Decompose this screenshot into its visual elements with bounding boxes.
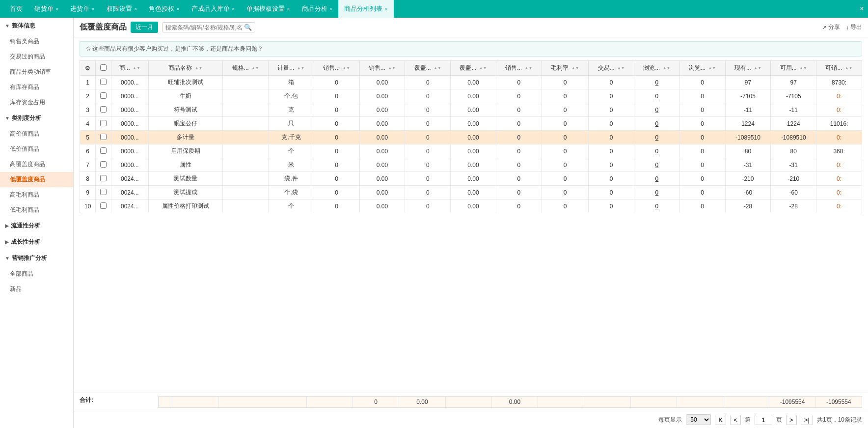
col-sales3[interactable]: 销售... ▲▼ — [496, 61, 542, 76]
row-checkbox[interactable] — [96, 131, 111, 144]
row-views2: 0 — [679, 89, 725, 103]
row-views1[interactable]: 0 — [634, 144, 680, 158]
nav-close-purchase[interactable]: × — [91, 6, 94, 12]
share-button[interactable]: ↗ 分享 — [822, 23, 840, 31]
col-settings[interactable]: ⚙ — [80, 61, 96, 76]
date-filter-button[interactable]: 近一月 — [131, 22, 158, 33]
row-coverage1: 0 — [405, 117, 451, 131]
prev-page-button[interactable]: < — [730, 415, 741, 425]
sidebar-item-low-value[interactable]: 低价值商品 — [0, 142, 73, 157]
page-number-input[interactable] — [755, 415, 772, 425]
sidebar-item-high-margin[interactable]: 高毛利商品 — [0, 187, 73, 202]
row-name: 眠宝公仔 — [148, 117, 223, 131]
row-checkbox[interactable] — [96, 172, 111, 186]
col-unit[interactable]: 计量... ▲▼ — [269, 61, 314, 76]
search-input[interactable] — [165, 24, 244, 31]
nav-sales-order[interactable]: 销货单 × — [28, 0, 64, 18]
sidebar-section-liquidity[interactable]: ▶ 流通性分析 — [0, 218, 73, 234]
row-views1[interactable]: 0 — [634, 158, 680, 172]
row-views1[interactable]: 0 — [634, 89, 680, 103]
nav-close-permissions[interactable]: × — [134, 6, 137, 12]
row-coverage1: 0 — [405, 76, 451, 89]
sidebar-section-marketing[interactable]: ▼ 营销推广分析 — [0, 250, 73, 266]
sidebar-item-new-goods[interactable]: 新品 — [0, 282, 73, 297]
nav-close-inbound[interactable]: × — [232, 6, 235, 12]
row-views1[interactable]: 0 — [634, 76, 680, 89]
col-spec[interactable]: 规格... ▲▼ — [223, 61, 269, 76]
row-gross-margin: 0 — [542, 158, 589, 172]
row-checkbox[interactable] — [96, 144, 111, 158]
nav-close-template[interactable]: × — [287, 6, 290, 12]
row-checkbox[interactable] — [96, 186, 111, 200]
row-unit: 克 — [269, 103, 314, 117]
sidebar-item-low-margin[interactable]: 低毛利商品 — [0, 202, 73, 218]
nav-product-analysis-list[interactable]: 商品分析列表 × — [338, 0, 393, 18]
nav-product-inbound[interactable]: 产成品入库单 × — [186, 0, 241, 18]
row-sales3: 0 — [496, 158, 542, 172]
row-sales-qty: 0 — [314, 144, 359, 158]
sidebar-item-all-goods[interactable]: 全部商品 — [0, 266, 73, 282]
col-views1[interactable]: 浏览... ▲▼ — [634, 61, 680, 76]
col-sales-amt[interactable]: 销售... ▲▼ — [359, 61, 405, 76]
row-views1[interactable]: 0 — [634, 103, 680, 117]
export-button[interactable]: ↓ 导出 — [846, 23, 862, 31]
window-close-btn[interactable]: × — [860, 4, 864, 13]
select-all-checkbox[interactable] — [100, 64, 107, 71]
sidebar-item-high-value[interactable]: 高价值商品 — [0, 126, 73, 142]
nav-home[interactable]: 首页 — [4, 0, 28, 18]
sidebar-item-category-turnover[interactable]: 商品分类动销率 — [0, 64, 73, 80]
nav-role-auth[interactable]: 角色授权 × — [143, 0, 185, 18]
row-checkbox[interactable] — [96, 117, 111, 131]
nav-close-analysis-list[interactable]: × — [384, 6, 387, 12]
row-saleable: 0: — [816, 103, 862, 117]
col-transaction[interactable]: 交易... ▲▼ — [589, 61, 634, 76]
row-checkbox[interactable] — [96, 89, 111, 103]
sidebar-item-high-coverage[interactable]: 高覆盖度商品 — [0, 157, 73, 172]
sidebar-item-in-stock[interactable]: 有库存商品 — [0, 80, 73, 95]
col-views2[interactable]: 浏览... ▲▼ — [679, 61, 725, 76]
nav-close-analysis[interactable]: × — [329, 6, 332, 12]
col-coverage2[interactable]: 覆盖... ▲▼ — [451, 61, 496, 76]
row-views1[interactable]: 0 — [634, 172, 680, 186]
search-box: 🔍 — [162, 22, 255, 32]
sidebar-section-overall[interactable]: ▼ 整体信息 — [0, 18, 73, 34]
row-no: 9 — [80, 186, 96, 200]
row-name: 属性价格打印测试 — [148, 200, 223, 213]
nav-close-role[interactable]: × — [176, 6, 179, 12]
nav-permissions[interactable]: 权限设置 × — [101, 0, 143, 18]
export-icon: ↓ — [846, 24, 849, 31]
row-checkbox[interactable] — [96, 103, 111, 117]
col-name[interactable]: 商品名称 ▲▼ — [148, 61, 223, 76]
last-page-button[interactable]: >| — [801, 415, 813, 425]
col-gross-margin[interactable]: 毛利率 ▲▼ — [542, 61, 589, 76]
sidebar-item-low-coverage[interactable]: 低覆盖度商品 — [0, 172, 73, 187]
col-coverage1[interactable]: 覆盖... ▲▼ — [405, 61, 451, 76]
page-size-select[interactable]: 50 20 100 200 — [686, 414, 711, 425]
sidebar-item-traded-goods[interactable]: 交易过的商品 — [0, 49, 73, 64]
search-icon[interactable]: 🔍 — [244, 24, 252, 31]
sidebar-section-category[interactable]: ▼ 类别度分析 — [0, 110, 73, 126]
row-checkbox[interactable] — [96, 158, 111, 172]
row-views1[interactable]: 0 — [634, 131, 680, 144]
col-code[interactable]: 商... ▲▼ — [111, 61, 148, 76]
row-checkbox[interactable] — [96, 76, 111, 89]
next-page-button[interactable]: > — [786, 415, 797, 425]
col-current-qty[interactable]: 现有... ▲▼ — [725, 61, 771, 76]
nav-purchase-order[interactable]: 进货单 × — [64, 0, 100, 18]
nav-template-settings[interactable]: 单据模板设置 × — [241, 0, 296, 18]
nav-close-sales[interactable]: × — [55, 6, 58, 12]
row-views1[interactable]: 0 — [634, 200, 680, 213]
sidebar-item-inventory-capital[interactable]: 库存资金占用 — [0, 95, 73, 110]
row-views1[interactable]: 0 — [634, 117, 680, 131]
first-page-button[interactable]: K — [715, 415, 726, 425]
row-code: 0000... — [111, 131, 148, 144]
nav-product-analysis[interactable]: 商品分析 × — [296, 0, 338, 18]
row-checkbox[interactable] — [96, 200, 111, 213]
col-sales-qty[interactable]: 销售... ▲▼ — [314, 61, 359, 76]
row-no: 7 — [80, 158, 96, 172]
sidebar-section-growth[interactable]: ▶ 成长性分析 — [0, 234, 73, 250]
col-available-qty[interactable]: 可用... ▲▼ — [771, 61, 816, 76]
row-views1[interactable]: 0 — [634, 186, 680, 200]
sidebar-item-sales-goods[interactable]: 销售类商品 — [0, 34, 73, 49]
col-saleable[interactable]: 可销... ▲▼ — [816, 61, 862, 76]
